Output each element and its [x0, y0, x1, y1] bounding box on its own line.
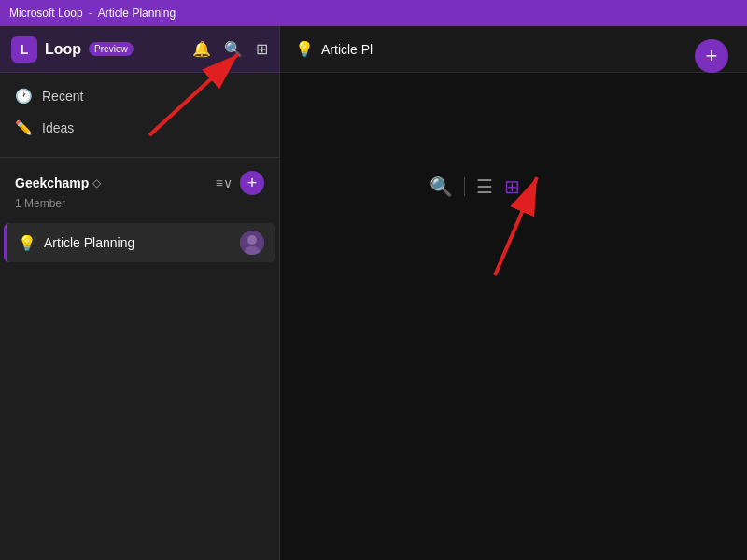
grid-icon-header[interactable]: ⊞: [256, 40, 268, 58]
content-grid-icon[interactable]: ⊞: [504, 175, 520, 198]
workspace-chevron-icon: ◇: [92, 176, 101, 189]
ideas-icon: ✏️: [15, 119, 33, 136]
nav-items: 🕐 Recent ✏️ Ideas: [0, 73, 279, 151]
content-panel: 💡 Article Pl + 🔍 ☰ ⊞: [280, 26, 747, 560]
bell-icon[interactable]: 🔔: [192, 40, 211, 58]
workspace-member-count: 1 Member: [15, 197, 264, 210]
workspace-add-button[interactable]: +: [240, 171, 264, 195]
page-name-title: Article Planning: [98, 7, 176, 20]
content-add-button[interactable]: +: [695, 39, 728, 73]
workspace-header: Geekchamp ◇ ≡∨ +: [15, 171, 264, 195]
search-icon-header[interactable]: 🔍: [224, 40, 243, 58]
sidebar-header: L Loop Preview 🔔 🔍 ⊞: [0, 26, 279, 73]
nav-divider: [0, 157, 279, 158]
content-emoji: 💡: [295, 40, 314, 58]
title-bar: Microsoft Loop - Article Planning: [0, 0, 747, 26]
content-list-icon[interactable]: ☰: [476, 175, 493, 198]
preview-badge: Preview: [89, 42, 134, 56]
nav-item-ideas[interactable]: ✏️ Ideas: [0, 112, 279, 144]
recent-icon: 🕐: [15, 88, 33, 105]
nav-item-recent[interactable]: 🕐 Recent: [0, 80, 279, 112]
brand-name: Loop: [45, 41, 81, 58]
main-container: L Loop Preview 🔔 🔍 ⊞ 🕐 Recent ✏️ Ideas: [0, 26, 747, 560]
content-top-right: +: [695, 39, 728, 73]
content-search-icon[interactable]: 🔍: [430, 175, 453, 198]
nav-label-ideas: Ideas: [42, 120, 74, 135]
app-name: Microsoft Loop: [9, 7, 83, 20]
workspace-name: Geekchamp: [15, 175, 89, 190]
content-panel-title: Article Pl: [321, 42, 373, 57]
sidebar: L Loop Preview 🔔 🔍 ⊞ 🕐 Recent ✏️ Ideas: [0, 26, 280, 560]
article-title: Article Planning: [44, 235, 240, 250]
content-header: 💡 Article Pl: [280, 26, 747, 73]
loop-logo: L: [11, 36, 37, 63]
content-icons-divider: [464, 177, 465, 196]
svg-point-1: [247, 235, 257, 245]
header-icons: 🔔 🔍 ⊞: [192, 40, 268, 58]
workspace-menu-icon[interactable]: ≡∨: [216, 175, 233, 190]
content-middle-icons: 🔍 ☰ ⊞: [430, 175, 520, 198]
workspace-section: Geekchamp ◇ ≡∨ + 1 Member: [0, 163, 279, 217]
article-list-item[interactable]: 💡 Article Planning: [4, 223, 275, 262]
content-title-section: 💡 Article Pl: [295, 40, 373, 58]
title-separator: -: [89, 7, 92, 20]
article-avatar: [240, 231, 264, 255]
nav-label-recent: Recent: [42, 89, 83, 104]
workspace-controls: ≡∨ +: [216, 171, 264, 195]
article-emoji: 💡: [18, 234, 36, 252]
